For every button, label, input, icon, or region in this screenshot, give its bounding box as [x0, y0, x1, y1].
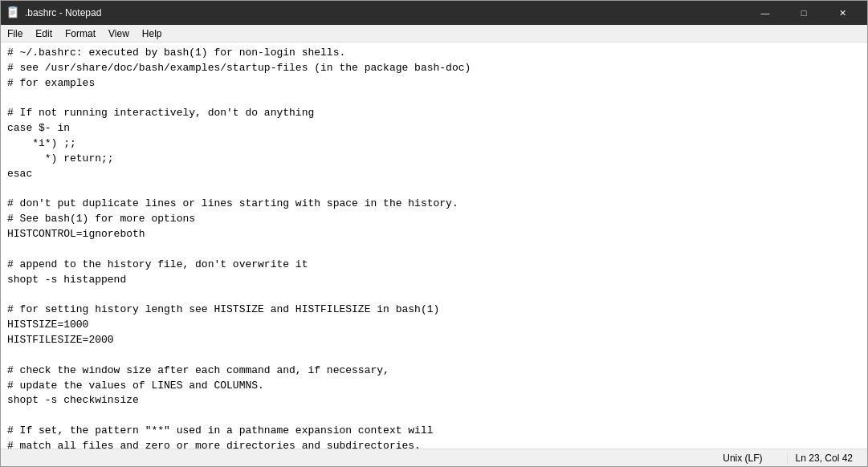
- editor-area: [1, 43, 867, 449]
- window-controls: — □ ✕: [747, 1, 861, 25]
- window-title: .bashrc - Notepad: [25, 7, 101, 18]
- menu-bar: File Edit Format View Help: [1, 25, 867, 43]
- minimize-button[interactable]: —: [747, 1, 784, 25]
- menu-format[interactable]: Format: [59, 26, 102, 41]
- text-editor[interactable]: [1, 43, 867, 449]
- encoding-status: Unix (LF): [715, 453, 770, 464]
- menu-help[interactable]: Help: [136, 26, 169, 41]
- maximize-button[interactable]: □: [785, 1, 822, 25]
- close-button[interactable]: ✕: [824, 1, 861, 25]
- title-bar: .bashrc - Notepad — □ ✕: [1, 1, 867, 25]
- menu-edit[interactable]: Edit: [29, 26, 59, 41]
- window: .bashrc - Notepad — □ ✕ File Edit Format…: [0, 0, 868, 467]
- svg-rect-1: [10, 6, 15, 9]
- menu-view[interactable]: View: [102, 26, 136, 41]
- menu-file[interactable]: File: [1, 26, 29, 41]
- position-status: Ln 23, Col 42: [787, 453, 861, 464]
- notepad-icon: [7, 6, 20, 19]
- title-bar-left: .bashrc - Notepad: [7, 6, 101, 19]
- status-bar: Unix (LF) Ln 23, Col 42: [1, 449, 867, 466]
